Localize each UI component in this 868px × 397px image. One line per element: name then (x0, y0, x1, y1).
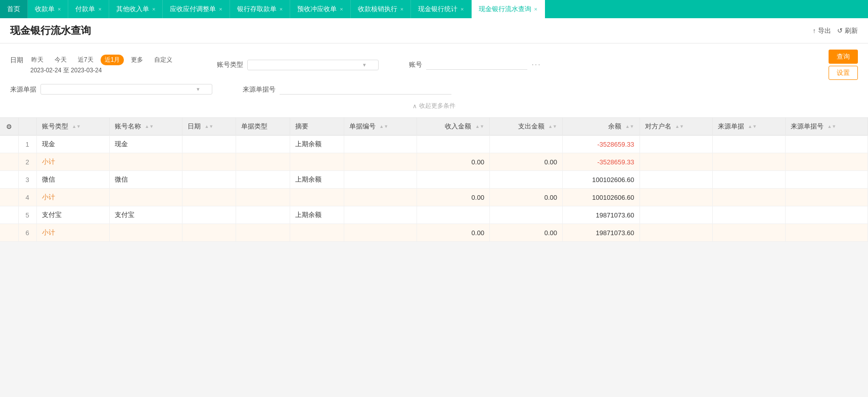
nav-item-liushui[interactable]: 现金银行流水查询 × (472, 0, 545, 18)
nav-item-yinhangcunqu[interactable]: 银行存取款单 × (230, 0, 290, 18)
filter-row-2: 来源单据 ▾ 来源单据号 (10, 84, 858, 95)
nav-label-tongji: 现金银行统计 (418, 5, 458, 14)
sort-icon-expense: ▲▼ (548, 124, 557, 129)
row-doc-no (344, 206, 417, 224)
nav-label-shoukuan: 收款单 (35, 5, 55, 14)
row-doc-no (344, 171, 417, 189)
row-account-type: 微信 (36, 171, 109, 189)
nav-close-yushou[interactable]: × (340, 6, 343, 12)
row-counterpart (639, 224, 712, 242)
nav-item-yushou[interactable]: 预收冲应收单 × (290, 0, 350, 18)
source-doc-no-input[interactable] (280, 84, 451, 95)
row-date (182, 153, 236, 171)
row-number: 3 (18, 171, 36, 189)
row-income: 0.00 (417, 153, 489, 171)
date-opt-custom[interactable]: 自定义 (150, 55, 176, 65)
row-doc-no (344, 153, 417, 171)
th-account-name[interactable]: 账号名称 ▲▼ (109, 118, 182, 136)
row-date (182, 136, 236, 153)
table-header-row: ⚙ 账号类型 ▲▼ 账号名称 ▲▼ 日期 ▲▼ 单据类型 摘要 单据编号 (0, 118, 868, 136)
collapse-up-icon: ∧ (413, 103, 417, 110)
nav-close-yinhangcunqu[interactable]: × (280, 6, 283, 12)
th-balance[interactable]: 余额 ▲▼ (563, 118, 639, 136)
row-counterpart (639, 206, 712, 224)
nav-close-qitashouru[interactable]: × (152, 6, 155, 12)
nav-close-shoukuanhexiao[interactable]: × (400, 6, 403, 12)
row-income (417, 136, 489, 153)
nav-item-yingshouyingfu[interactable]: 应收应付调整单 × (163, 0, 230, 18)
sort-icon-date: ▲▼ (204, 124, 213, 129)
account-input[interactable] (426, 60, 527, 70)
date-opt-7days[interactable]: 近7天 (74, 55, 98, 65)
nav-label-fukuan: 付款单 (75, 5, 95, 14)
date-opt-1month[interactable]: 近1月 (101, 55, 124, 65)
th-gear[interactable]: ⚙ (0, 118, 18, 136)
row-number: 4 (18, 189, 36, 206)
row-source-doc (712, 171, 785, 189)
date-opt-today[interactable]: 今天 (51, 55, 71, 65)
row-gear (0, 153, 18, 171)
export-button[interactable]: ↑ 导出 (813, 26, 832, 35)
refresh-icon: ↺ (837, 27, 843, 34)
th-counterpart[interactable]: 对方户名 ▲▼ (639, 118, 712, 136)
nav-item-shoukuan[interactable]: 收款单 × (28, 0, 68, 18)
th-account-type[interactable]: 账号类型 ▲▼ (36, 118, 109, 136)
source-doc-filter: 来源单据 ▾ (10, 84, 212, 95)
date-opt-yesterday[interactable]: 昨天 (27, 55, 48, 65)
nav-item-fukuan[interactable]: 付款单 × (68, 0, 109, 18)
th-source-doc[interactable]: 来源单据 ▲▼ (712, 118, 785, 136)
row-number: 1 (18, 136, 36, 153)
row-source-doc-no (785, 224, 867, 242)
row-source-doc-no (785, 189, 867, 206)
row-income (417, 206, 489, 224)
row-income: 0.00 (417, 224, 489, 242)
th-summary: 摘要 (290, 118, 344, 136)
row-account-type: 小计 (36, 153, 109, 171)
refresh-label: 刷新 (845, 26, 858, 35)
nav-item-tongji[interactable]: 现金银行统计 × (411, 0, 471, 18)
row-counterpart (639, 189, 712, 206)
th-expense[interactable]: 支出金额 ▲▼ (489, 118, 562, 136)
nav-item-shoukuanhexiao[interactable]: 收款核销执行 × (351, 0, 411, 18)
date-options: 昨天 今天 近7天 近1月 更多 自定义 (27, 55, 176, 65)
account-type-label: 账号类型 (217, 60, 243, 69)
row-expense (489, 171, 562, 189)
th-date[interactable]: 日期 ▲▼ (182, 118, 236, 136)
row-account-name: 现金 (109, 136, 182, 153)
export-icon: ↑ (813, 27, 816, 34)
th-doc-no[interactable]: 单据编号 ▲▼ (344, 118, 417, 136)
row-source-doc (712, 153, 785, 171)
source-doc-select[interactable]: ▾ (40, 84, 212, 95)
row-account-name (109, 153, 182, 171)
th-income[interactable]: 收入金额 ▲▼ (417, 118, 489, 136)
date-opt-more[interactable]: 更多 (127, 55, 147, 65)
row-expense: 0.00 (489, 224, 562, 242)
nav-close-yingshouyingfu[interactable]: × (219, 6, 222, 12)
nav-item-qitashouru[interactable]: 其他收入单 × (109, 0, 163, 18)
row-doc-type (236, 171, 290, 189)
row-gear (0, 224, 18, 242)
nav-close-shoukuan[interactable]: × (58, 6, 61, 12)
nav-close-tongji[interactable]: × (461, 6, 464, 12)
row-date (182, 171, 236, 189)
row-account-type: 支付宝 (36, 206, 109, 224)
header-actions: ↑ 导出 ↺ 刷新 (813, 26, 858, 35)
row-income: 0.00 (417, 189, 489, 206)
row-expense: 0.00 (489, 189, 562, 206)
nav-close-fukuan[interactable]: × (98, 6, 101, 12)
account-ellipsis-icon[interactable]: ··· (531, 60, 541, 69)
account-type-select[interactable]: ▾ (247, 60, 379, 70)
query-button[interactable]: 查询 (829, 50, 858, 64)
row-summary (290, 153, 344, 171)
row-number: 6 (18, 224, 36, 242)
refresh-button[interactable]: ↺ 刷新 (837, 26, 858, 35)
row-source-doc (712, 136, 785, 153)
nav-label-qitashouru: 其他收入单 (116, 5, 149, 14)
settings-button[interactable]: 设置 (829, 66, 858, 80)
filter-row-1: 日期 昨天 今天 近7天 近1月 更多 自定义 2023-02-24 至 202… (10, 50, 858, 80)
nav-item-home[interactable]: 首页 (0, 0, 28, 18)
nav-close-liushui[interactable]: × (534, 6, 537, 12)
collapse-bar[interactable]: ∧ 收起更多条件 (10, 99, 858, 111)
th-source-doc-no[interactable]: 来源单据号 ▲▼ (785, 118, 867, 136)
th-row-num (18, 118, 36, 136)
